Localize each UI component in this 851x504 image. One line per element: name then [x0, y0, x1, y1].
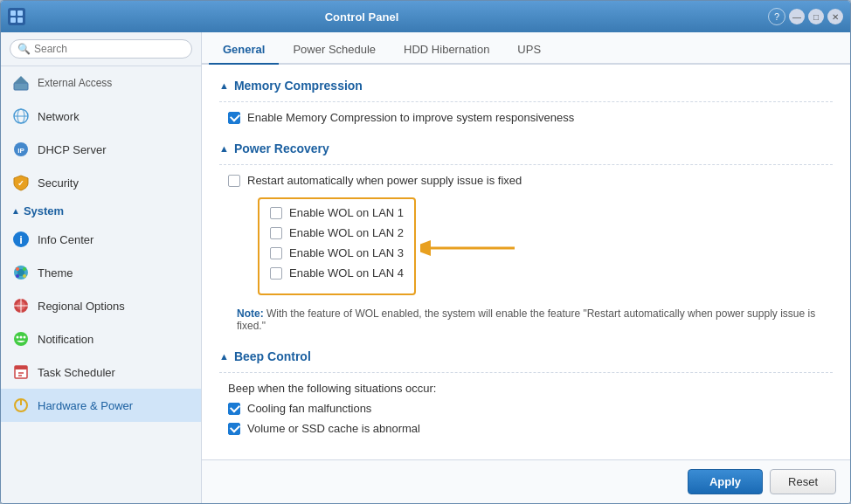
- svg-point-16: [16, 267, 19, 271]
- sidebar-label-notification: Notification: [38, 333, 93, 346]
- system-chevron-icon: ▲: [11, 206, 20, 216]
- sidebar-item-task-scheduler[interactable]: Task Scheduler: [1, 356, 201, 389]
- memory-compression-title: Memory Compression: [234, 79, 363, 93]
- beep-volume-row: Volume or SSD cache is abnormal: [228, 422, 833, 435]
- beep-volume-checkbox[interactable]: [228, 423, 240, 435]
- power-recovery-section: ▲ Power Recovery Restart automatically w…: [219, 142, 833, 332]
- tab-ups[interactable]: UPS: [503, 36, 555, 65]
- beep-volume-label: Volume or SSD cache is abnormal: [247, 422, 420, 435]
- svg-rect-0: [10, 10, 16, 16]
- content-area: ▲ Memory Compression Enable Memory Compr…: [202, 65, 850, 459]
- svg-text:✓: ✓: [17, 179, 24, 188]
- theme-icon: [11, 263, 31, 282]
- svg-point-25: [17, 336, 19, 339]
- svg-rect-1: [17, 10, 23, 16]
- restart-auto-row: Restart automatically when power supply …: [228, 174, 833, 187]
- wol-lan2-checkbox[interactable]: [270, 227, 282, 239]
- close-button[interactable]: ✕: [827, 9, 843, 24]
- beep-cooling-label: Cooling fan malfunctions: [247, 402, 371, 415]
- memory-compression-checkbox[interactable]: [228, 112, 240, 124]
- notification-icon: [11, 329, 31, 349]
- sidebar-item-external-access[interactable]: External Access: [1, 66, 201, 100]
- sidebar-item-theme[interactable]: Theme: [1, 256, 201, 289]
- wol-lan3-checkbox[interactable]: [270, 247, 282, 259]
- sidebar-item-notification[interactable]: Notification: [1, 322, 201, 356]
- sidebar-section-system[interactable]: ▲ System: [1, 199, 201, 223]
- sidebar-item-regional[interactable]: Regional Options: [1, 289, 201, 322]
- beep-cooling-checkbox[interactable]: [228, 403, 240, 415]
- power-recovery-content: Restart automatically when power supply …: [219, 174, 833, 332]
- main-window: Control Panel ? — □ ✕ 🔍: [0, 0, 851, 504]
- external-access-icon: [11, 73, 31, 93]
- svg-rect-2: [10, 17, 16, 23]
- beep-control-header[interactable]: ▲ Beep Control: [219, 349, 833, 363]
- note-text: With the feature of WOL enabled, the sys…: [237, 307, 815, 332]
- beep-description: Beep when the following situations occur…: [228, 382, 833, 395]
- sidebar-item-hardware-power[interactable]: Hardware & Power: [1, 389, 201, 422]
- app-icon: [8, 8, 25, 25]
- task-scheduler-icon: [11, 362, 31, 382]
- sidebar-item-security[interactable]: ✓ Security: [1, 166, 201, 199]
- memory-compression-label: Enable Memory Compression to improve sys…: [247, 111, 574, 124]
- maximize-button[interactable]: □: [808, 9, 824, 24]
- tab-general[interactable]: General: [209, 36, 279, 65]
- security-icon: ✓: [11, 173, 31, 192]
- memory-compression-section: ▲ Memory Compression Enable Memory Compr…: [219, 79, 833, 124]
- beep-control-content: Beep when the following situations occur…: [219, 382, 833, 435]
- svg-point-17: [23, 267, 26, 271]
- svg-text:i: i: [19, 233, 23, 246]
- sidebar-label-theme: Theme: [38, 266, 73, 280]
- wol-lan3-row: Enable WOL on LAN 3: [270, 246, 404, 259]
- sidebar-item-dhcp[interactable]: IP DHCP Server: [1, 133, 201, 166]
- sidebar-search-area: 🔍: [1, 32, 201, 66]
- bottom-bar: Apply Reset: [202, 459, 850, 503]
- wol-note: Note: With the feature of WOL enabled, t…: [237, 307, 833, 332]
- svg-text:IP: IP: [17, 147, 24, 155]
- memory-compression-header[interactable]: ▲ Memory Compression: [219, 79, 833, 93]
- tab-hdd-hibernation[interactable]: HDD Hibernation: [390, 36, 503, 65]
- sidebar-item-info-center[interactable]: i Info Center: [1, 223, 201, 256]
- search-input[interactable]: [34, 43, 184, 55]
- wol-lan1-checkbox[interactable]: [270, 207, 282, 219]
- wol-box: Enable WOL on LAN 1 Enable WOL on LAN 2 …: [258, 197, 416, 295]
- memory-compression-row: Enable Memory Compression to improve sys…: [228, 111, 833, 124]
- dhcp-icon: IP: [11, 140, 31, 159]
- sidebar-section-system-label: System: [24, 204, 64, 217]
- sidebar-label-network: Network: [38, 110, 80, 123]
- reset-button[interactable]: Reset: [770, 469, 836, 494]
- minimize-button[interactable]: —: [789, 9, 805, 24]
- window-title: Control Panel: [25, 10, 698, 24]
- sidebar-item-network[interactable]: Network: [1, 100, 201, 133]
- wol-lan4-checkbox[interactable]: [270, 267, 282, 280]
- sidebar-label-info-center: Info Center: [38, 233, 93, 246]
- info-center-icon: i: [11, 230, 31, 249]
- title-bar: Control Panel ? — □ ✕: [1, 1, 850, 32]
- svg-rect-29: [15, 366, 27, 369]
- wol-lan4-row: Enable WOL on LAN 4: [270, 266, 404, 280]
- power-recovery-header[interactable]: ▲ Power Recovery: [219, 142, 833, 155]
- beep-cooling-row: Cooling fan malfunctions: [228, 402, 833, 415]
- memory-compression-chevron: ▲: [219, 80, 229, 91]
- main-area: 🔍 External Access: [1, 32, 850, 503]
- svg-point-27: [24, 336, 26, 339]
- svg-point-19: [23, 274, 26, 278]
- restart-auto-checkbox[interactable]: [228, 175, 240, 187]
- beep-control-title: Beep Control: [234, 349, 311, 363]
- svg-point-26: [20, 336, 23, 339]
- network-icon: [11, 107, 31, 126]
- wol-container: Enable WOL on LAN 1 Enable WOL on LAN 2 …: [239, 194, 416, 302]
- wol-lan2-row: Enable WOL on LAN 2: [270, 226, 404, 239]
- beep-control-chevron: ▲: [219, 351, 229, 362]
- wol-lan4-label: Enable WOL on LAN 4: [289, 266, 404, 280]
- wol-lan1-row: Enable WOL on LAN 1: [270, 206, 404, 219]
- power-recovery-chevron: ▲: [219, 143, 229, 154]
- apply-button[interactable]: Apply: [688, 469, 763, 494]
- note-label: Note:: [237, 307, 264, 320]
- svg-rect-4: [14, 83, 28, 90]
- search-icon: 🔍: [17, 43, 31, 55]
- sidebar-label-security: Security: [38, 176, 79, 190]
- tab-power-schedule[interactable]: Power Schedule: [279, 36, 390, 65]
- arrow-annotation: [420, 235, 516, 261]
- regional-icon: [11, 296, 31, 315]
- help-button[interactable]: ?: [768, 8, 785, 25]
